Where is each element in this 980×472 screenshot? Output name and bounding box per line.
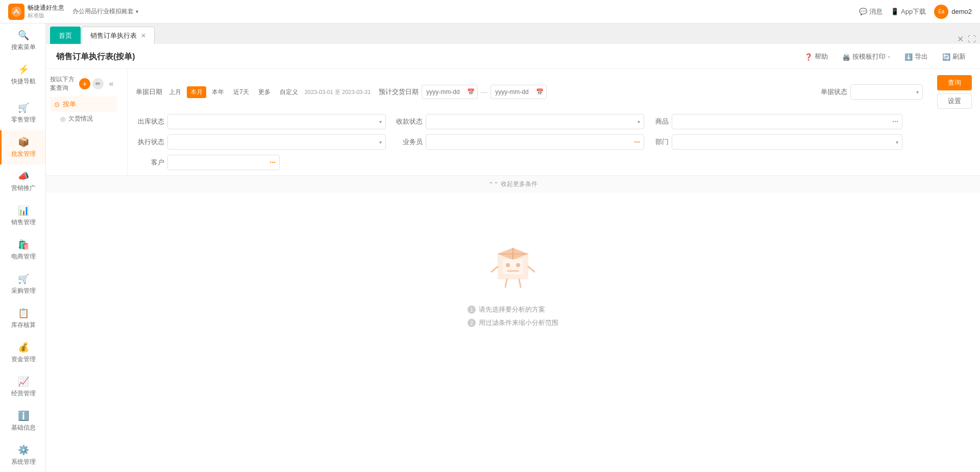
sidebar-item-search[interactable]: 🔍 搜索菜单 — [0, 23, 45, 58]
tab-bar: 首页 销售订单执行表 ✕ ✕ ⛶ — [46, 23, 980, 44]
tab-close-icon[interactable]: ✕ — [141, 32, 146, 39]
industry-selector[interactable]: 办公用品行业模拟账套 ▾ — [68, 5, 142, 18]
filter-expected-date-item: 预计交货日期 📅 — 📅 — [379, 85, 813, 99]
customer-more-icon[interactable]: ··· — [270, 158, 276, 167]
salesperson-control: ··· — [426, 134, 644, 150]
settings-btn[interactable]: 设置 — [937, 93, 972, 109]
sidebar-item-wholesale[interactable]: 📦 批发管理 — [0, 130, 45, 164]
period-current-year[interactable]: 本年 — [208, 86, 228, 98]
main-container: 🔍 搜索菜单 ⚡ 快捷导航 🛒 零售管理 📦 批发管理 📣 营销推广 📊 销售管… — [0, 23, 980, 472]
export-btn[interactable]: ⬇️ 导出 — [900, 50, 932, 63]
filter-section: 按以下方案查询 + ✏ « ⊙ 按单 — [46, 69, 980, 175]
filter-row-4: 客户 ··· — [136, 155, 972, 170]
app-download-action[interactable]: 📱 App下载 — [891, 7, 926, 16]
tab-close-window-btn[interactable]: ✕ — [957, 34, 964, 44]
sidebar-item-ecommerce[interactable]: 🛍️ 电商管理 — [0, 233, 45, 267]
inner-page: 销售订单执行表(按单) ❓ 帮助 🖨️ 按模板打印 ▾ ⬇️ — [46, 44, 980, 472]
avatar: Ea — [934, 5, 948, 19]
mobile-icon: 📱 — [891, 8, 899, 15]
sidebar-item-inventory[interactable]: 📋 库存核算 — [0, 301, 45, 336]
customer-input[interactable] — [167, 155, 280, 170]
template-print-btn[interactable]: 🖨️ 按模板打印 ▾ — [838, 50, 894, 63]
expected-date-label: 预计交货日期 — [379, 87, 419, 97]
doc-status-select[interactable] — [850, 84, 923, 100]
sidebar-item-system[interactable]: ⚙️ 系统管理 — [0, 438, 45, 472]
logo-text: 畅捷通好生意 标准版 — [28, 4, 64, 19]
marketing-icon: 📣 — [18, 171, 29, 182]
sidebar-item-marketing[interactable]: 📣 营销推广 — [0, 164, 45, 199]
ecommerce-icon: 🛍️ — [18, 239, 29, 250]
recv-status-select[interactable] — [426, 114, 644, 129]
filter-left-header: 按以下方案查询 + ✏ « — [50, 75, 117, 92]
logo-icon — [8, 4, 24, 20]
sidebar-item-finance[interactable]: 💰 资金管理 — [0, 336, 45, 370]
content-area: 首页 销售订单执行表 ✕ ✕ ⛶ 销售订单执行表(按单) ❓ — [46, 23, 980, 472]
sidebar-item-retail[interactable]: 🛒 零售管理 — [0, 96, 45, 130]
tab-bar-actions: ✕ ⛶ — [953, 34, 980, 44]
add-plan-btn[interactable]: + — [79, 78, 90, 89]
logo-area: 畅捷通好生意 标准版 — [8, 4, 64, 20]
period-current-month[interactable]: 本月 — [187, 86, 206, 98]
period-last-7days[interactable]: 近7天 — [230, 86, 253, 98]
sidebar-item-quick-nav[interactable]: ⚡ 快捷导航 — [0, 58, 45, 92]
recv-status-label: 收款状态 — [394, 117, 423, 126]
svg-point-8 — [516, 263, 520, 267]
recv-status-control — [426, 114, 644, 129]
date-tabs: 上月 本月 本年 近7天 更多 自定义 — [165, 86, 302, 98]
page-content: 销售订单执行表(按单) ❓ 帮助 🖨️ 按模板打印 ▾ ⬇️ — [46, 44, 980, 472]
period-more[interactable]: 更多 — [255, 86, 274, 98]
svg-line-10 — [492, 267, 498, 272]
dept-select[interactable] — [672, 134, 902, 150]
collapse-bar[interactable]: ⌃⌃ 收起更多条件 — [46, 175, 980, 193]
message-icon: 💬 — [859, 8, 867, 15]
filter-row-2: 出库状态 收款状态 — [136, 114, 972, 129]
svg-line-12 — [505, 279, 507, 287]
quick-nav-icon: ⚡ — [18, 64, 29, 75]
collapse-left-btn[interactable]: « — [106, 78, 117, 89]
filter-date-item: 单据日期 上月 本月 本年 近7天 更多 自定义 2023-03-01 至 20… — [136, 86, 371, 98]
doc-status-label: 单据状态 — [821, 87, 847, 97]
tab-sales-exec[interactable]: 销售订单执行表 ✕ — [82, 27, 155, 44]
sidebar-item-sales[interactable]: 📊 销售管理 — [0, 199, 45, 233]
refresh-btn[interactable]: 🔄 刷新 — [938, 50, 970, 63]
edit-plan-btn[interactable]: ✏ — [92, 78, 104, 89]
exec-status-label: 执行状态 — [136, 137, 164, 147]
expected-date-end-input[interactable] — [491, 85, 547, 99]
goods-input[interactable] — [672, 114, 902, 129]
help-btn[interactable]: ❓ 帮助 — [800, 50, 832, 63]
svg-point-1 — [15, 9, 17, 11]
goods-more-icon[interactable]: ··· — [892, 117, 898, 126]
basic-icon: ℹ️ — [18, 410, 29, 421]
dept-label: 部门 — [652, 137, 669, 147]
filter-recv-status-item: 收款状态 — [394, 114, 644, 129]
sidebar-item-purchase[interactable]: 🛒 采购管理 — [0, 267, 45, 301]
salesperson-input[interactable] — [426, 134, 644, 150]
sidebar-item-basic[interactable]: ℹ️ 基础信息 — [0, 404, 45, 438]
tab-home[interactable]: 首页 — [50, 27, 81, 44]
wholesale-icon: 📦 — [18, 136, 29, 148]
page-title-actions: ❓ 帮助 🖨️ 按模板打印 ▾ ⬇️ 导出 � — [800, 50, 970, 63]
print-icon: 🖨️ — [842, 53, 850, 61]
top-bar-left: 畅捷通好生意 标准版 办公用品行业模拟账套 ▾ — [8, 4, 142, 20]
plan-sub-item-欠货[interactable]: ◎ 欠货情况 — [50, 112, 117, 126]
goods-label: 商品 — [652, 117, 669, 126]
user-area[interactable]: Ea demo2 — [934, 5, 972, 19]
filter-customer-item: 客户 ··· — [136, 155, 417, 170]
top-bar: 畅捷通好生意 标准版 办公用品行业模拟账套 ▾ 💬 消息 📱 App下载 Ea … — [0, 0, 980, 23]
exec-status-select[interactable] — [167, 134, 386, 150]
empty-step-2: 2 用过滤条件来缩小分析范围 — [468, 318, 558, 327]
salesperson-more-icon[interactable]: ··· — [634, 138, 640, 146]
period-last-month[interactable]: 上月 — [165, 86, 185, 98]
expected-date-start-input[interactable] — [422, 85, 478, 99]
operation-icon: 📈 — [18, 376, 29, 387]
svg-line-11 — [528, 267, 534, 272]
message-action[interactable]: 💬 消息 — [859, 7, 883, 16]
tab-expand-btn[interactable]: ⛶ — [968, 35, 976, 44]
query-btn[interactable]: 查询 — [937, 75, 972, 90]
plan-item-按单[interactable]: ⊙ 按单 — [50, 97, 117, 112]
svg-rect-9 — [507, 270, 519, 272]
empty-text: 1 请先选择要分析的方案 2 用过滤条件来缩小分析范围 — [468, 305, 558, 327]
out-status-select[interactable] — [167, 114, 386, 129]
sidebar-item-operation[interactable]: 📈 经营管理 — [0, 370, 45, 404]
period-custom[interactable]: 自定义 — [276, 86, 302, 98]
